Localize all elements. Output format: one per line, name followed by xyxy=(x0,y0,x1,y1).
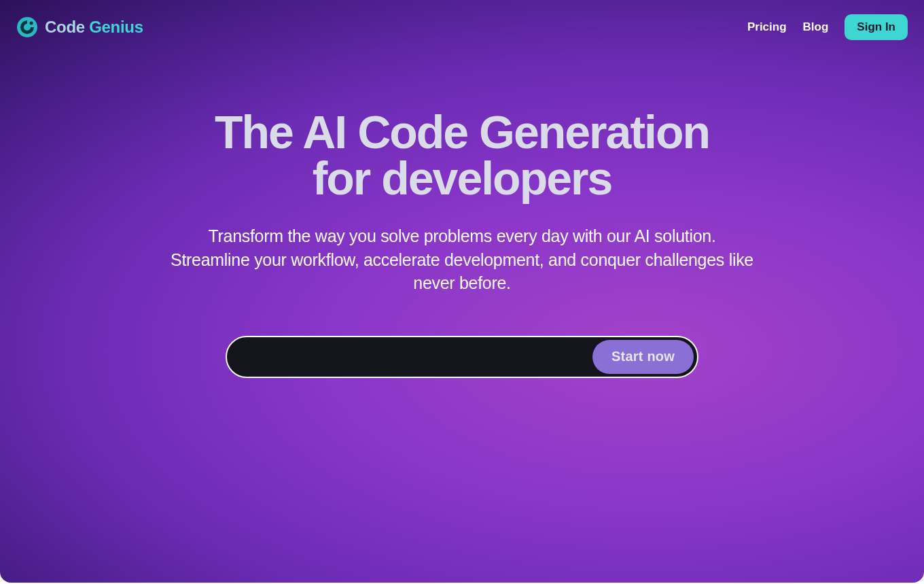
svg-point-1 xyxy=(30,22,33,25)
start-now-button[interactable]: Start now xyxy=(592,340,694,374)
hero-subtitle: Transform the way you solve problems eve… xyxy=(166,224,758,295)
input-section: Start now xyxy=(224,336,700,378)
logo-icon xyxy=(16,16,38,38)
svg-point-0 xyxy=(17,17,37,37)
nav-link-blog[interactable]: Blog xyxy=(803,20,829,34)
input-container: Start now xyxy=(226,336,698,378)
page-wrapper: Code Genius Pricing Blog Sign In The AI … xyxy=(0,0,924,583)
hero-title: The AI Code Generation for developers xyxy=(0,109,924,201)
nav-link-pricing[interactable]: Pricing xyxy=(747,20,787,34)
hero-title-line1: The AI Code Generation xyxy=(215,106,709,158)
hero-title-line2: for developers xyxy=(313,152,612,204)
hero-section: The AI Code Generation for developers Tr… xyxy=(0,41,924,378)
logo[interactable]: Code Genius xyxy=(16,16,143,38)
sign-in-button[interactable]: Sign In xyxy=(845,14,908,40)
logo-text-part1: Code xyxy=(45,18,89,36)
nav-right: Pricing Blog Sign In xyxy=(747,14,908,40)
prompt-input[interactable] xyxy=(241,340,592,374)
logo-text-part2: Genius xyxy=(89,18,143,36)
logo-text: Code Genius xyxy=(45,18,143,37)
header: Code Genius Pricing Blog Sign In xyxy=(0,0,924,41)
